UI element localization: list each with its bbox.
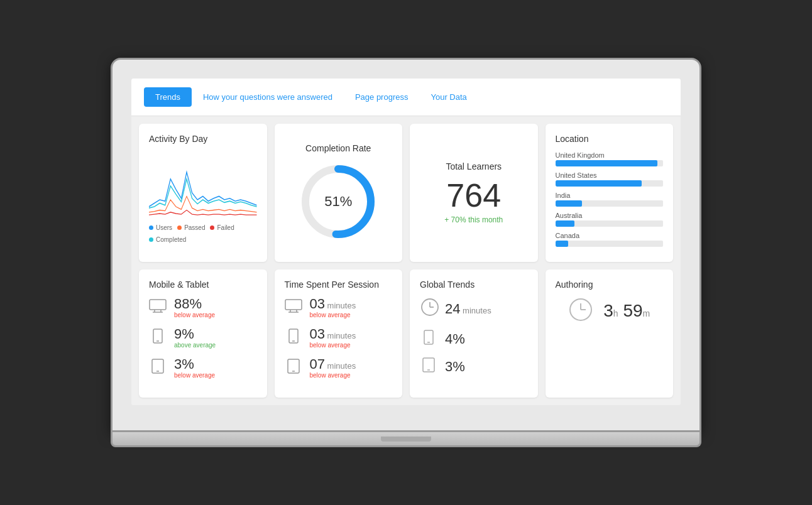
time-phone-value: 03 minutes xyxy=(310,327,356,341)
tab-trends[interactable]: Trends xyxy=(144,87,192,107)
activity-card: Activity By Day xyxy=(139,124,267,262)
svg-rect-2 xyxy=(150,300,166,310)
mobile-phone-sub: above average xyxy=(174,342,216,349)
mobile-tablet-sub: below average xyxy=(174,372,215,379)
completion-label: 51% xyxy=(324,193,352,210)
mobile-tablet-row: 3% below average xyxy=(149,357,257,379)
legend-passed: Passed xyxy=(177,224,205,231)
activity-title: Activity By Day xyxy=(149,134,257,144)
desktop-icon xyxy=(149,299,167,317)
laptop-notch xyxy=(381,437,431,442)
authoring-card: Authoring 3h 59m xyxy=(546,269,674,398)
time-title: Time Spent Per Session xyxy=(285,280,393,290)
learners-count: 764 xyxy=(446,179,501,212)
global-phone-row: 4% xyxy=(420,330,528,349)
time-phone-row: 03 minutes below average xyxy=(285,327,393,349)
dashboard-grid: Activity By Day xyxy=(131,116,681,405)
authoring-time: 3h 59m xyxy=(603,301,650,321)
time-phone-icon xyxy=(285,329,302,347)
global-phone-icon xyxy=(420,330,437,349)
mobile-desktop-row: 88% below average xyxy=(149,297,257,318)
location-title: Location xyxy=(556,134,664,144)
authoring-content: 3h 59m xyxy=(556,297,664,325)
learners-title: Total Learners xyxy=(446,161,502,171)
laptop-wrapper: Trends How your questions were answered … xyxy=(111,58,701,447)
location-australia: Australia xyxy=(556,212,664,227)
location-canada: Canada xyxy=(556,232,664,247)
global-time-row: 24 minutes xyxy=(420,297,528,321)
chart-legend: Users Passed Failed Completed xyxy=(149,224,257,243)
time-tablet-icon xyxy=(285,359,302,377)
location-us: United States xyxy=(556,171,664,187)
time-tablet-value: 07 minutes xyxy=(310,357,356,371)
time-tablet-sub: below average xyxy=(310,372,356,379)
svg-rect-10 xyxy=(285,300,302,310)
global-phone-value: 4% xyxy=(445,332,465,346)
time-card: Time Spent Per Session xyxy=(275,269,403,398)
tablet-icon xyxy=(149,359,167,377)
location-uk: United Kingdom xyxy=(556,151,664,166)
nav-tabs: Trends How your questions were answered … xyxy=(131,79,681,116)
time-tablet-row: 07 minutes below average xyxy=(285,357,393,379)
phone-icon xyxy=(149,329,167,347)
global-title: Global Trends xyxy=(420,280,528,290)
screen-content: Trends How your questions were answered … xyxy=(131,79,681,405)
mobile-desktop-sub: below average xyxy=(174,312,215,318)
global-time-value: 24 minutes xyxy=(445,302,491,316)
tab-questions[interactable]: How your questions were answered xyxy=(192,87,344,107)
mobile-phone-row: 9% above average xyxy=(149,327,257,349)
legend-failed: Failed xyxy=(210,224,234,231)
time-desktop-sub: below average xyxy=(310,312,356,318)
global-card: Global Trends 24 minutes xyxy=(410,269,538,398)
time-phone-sub: below average xyxy=(310,342,356,349)
time-desktop-icon xyxy=(285,299,302,317)
laptop-screen: Trends How your questions were answered … xyxy=(111,58,701,432)
location-india: India xyxy=(556,192,664,207)
location-card: Location United Kingdom United States In… xyxy=(546,124,674,262)
authoring-clock-icon xyxy=(568,297,593,325)
completion-card: Completion Rate 51% xyxy=(275,124,403,262)
completion-title: Completion Rate xyxy=(305,143,371,153)
time-desktop-value: 03 minutes xyxy=(310,297,356,311)
time-desktop-row: 03 minutes below average xyxy=(285,297,393,318)
legend-users: Users xyxy=(149,224,172,231)
laptop-base xyxy=(111,432,701,447)
global-tablet-row: 3% xyxy=(420,357,528,376)
mobile-phone-value: 9% xyxy=(174,327,216,341)
tab-progress[interactable]: Page progress xyxy=(344,87,420,107)
activity-chart xyxy=(149,151,257,220)
learners-trend: + 70% this month xyxy=(444,215,503,224)
global-tablet-icon xyxy=(420,357,437,376)
global-clock-icon xyxy=(420,297,437,321)
mobile-card: Mobile & Tablet 88% bel xyxy=(139,269,267,398)
completion-donut: 51% xyxy=(297,161,379,242)
learners-card: Total Learners 764 + 70% this month xyxy=(410,124,538,262)
mobile-title: Mobile & Tablet xyxy=(149,280,257,290)
authoring-title: Authoring xyxy=(556,280,664,290)
tab-data[interactable]: Your Data xyxy=(419,87,478,107)
mobile-desktop-value: 88% xyxy=(174,297,215,311)
global-tablet-value: 3% xyxy=(445,360,465,374)
legend-completed: Completed xyxy=(149,236,186,243)
mobile-tablet-value: 3% xyxy=(174,357,215,371)
